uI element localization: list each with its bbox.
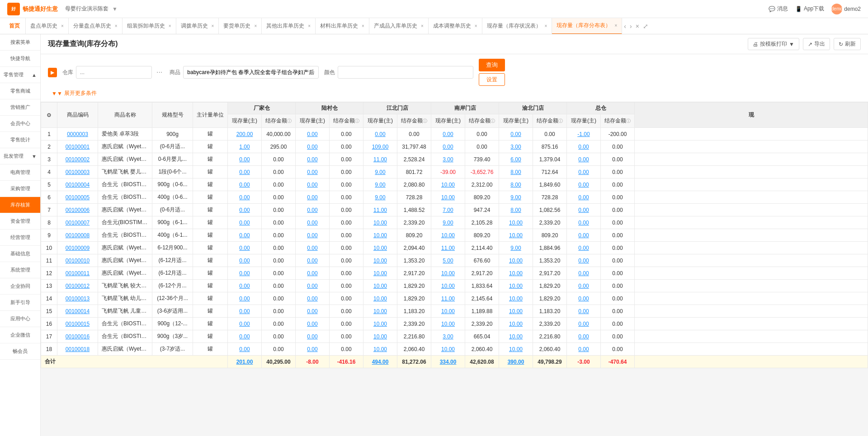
goods-input[interactable] — [183, 66, 319, 79]
cell-na-qty[interactable]: 11.00 — [431, 242, 465, 254]
cell-code[interactable]: 00100001 — [57, 141, 98, 153]
sidebar-item-ecom[interactable]: 电商管理 — [0, 164, 40, 181]
cell-yb-qty[interactable]: 10.00 — [499, 305, 533, 318]
cell-jb-qty[interactable]: 9.00 — [363, 191, 397, 204]
cell-yb-qty[interactable]: 10.00 — [499, 330, 533, 343]
cell-lu-qty[interactable]: 0.00 — [296, 318, 330, 330]
cell-jb-qty[interactable]: 10.00 — [363, 330, 397, 343]
cell-total-qty[interactable]: 0.00 — [567, 204, 601, 216]
cell-code[interactable]: 00100015 — [57, 318, 98, 330]
cell-total-qty[interactable]: 0.00 — [567, 229, 601, 242]
cell-code[interactable]: 00100011 — [57, 267, 98, 280]
summary-lu-qty[interactable]: -8.00 — [296, 356, 330, 368]
cell-jb-qty[interactable]: 0.00 — [363, 128, 397, 141]
cell-jb-qty[interactable]: 11.00 — [363, 204, 397, 216]
sidebar-item-weixin[interactable]: 企业微信 — [0, 327, 40, 343]
cell-code[interactable]: 00100004 — [57, 178, 98, 191]
sidebar-item-system[interactable]: 系统管理 — [0, 262, 40, 278]
cell-total-qty[interactable]: 0.00 — [567, 178, 601, 191]
tab-next-btn[interactable]: › — [628, 23, 634, 30]
cell-total-qty[interactable]: 0.00 — [567, 305, 601, 318]
cell-lu-qty[interactable]: 0.00 — [296, 292, 330, 305]
cell-code[interactable]: 00100010 — [57, 254, 98, 267]
cell-na-qty[interactable]: 10.00 — [431, 305, 465, 318]
message-btn[interactable]: 💬 消息 — [769, 5, 788, 13]
sidebar-item-marketing[interactable]: 营销推广 — [0, 99, 40, 116]
cell-na-qty[interactable]: 9.00 — [431, 216, 465, 229]
cell-yb-qty[interactable]: 8.00 — [499, 166, 533, 178]
sidebar-item-appcenter[interactable]: 应用中心 — [0, 311, 40, 327]
cell-factory-qty[interactable]: 0.00 — [228, 153, 262, 166]
cell-factory-qty[interactable]: 0.00 — [228, 242, 262, 254]
cell-factory-qty[interactable]: 0.00 — [228, 166, 262, 178]
cell-na-qty[interactable]: 10.00 — [431, 267, 465, 280]
cell-code[interactable]: 00100003 — [57, 166, 98, 178]
print-btn[interactable]: 🖨 按模板打印 ▼ — [748, 38, 799, 50]
tab-close[interactable]: × — [421, 23, 424, 28]
cell-lu-qty[interactable]: 0.00 — [296, 280, 330, 292]
cell-jb-qty[interactable]: 10.00 — [363, 292, 397, 305]
tab-zuhe[interactable]: 组装拆卸单历史 × — [123, 18, 176, 34]
cell-total-qty[interactable]: 0.00 — [567, 267, 601, 280]
sidebar-item-member2[interactable]: 畅会员 — [0, 343, 40, 360]
cell-total-qty[interactable]: 0.00 — [567, 292, 601, 305]
cell-jb-qty[interactable]: 9.00 — [363, 166, 397, 178]
cell-na-qty[interactable]: 11.00 — [431, 292, 465, 305]
sidebar-item-guide[interactable]: 新手引导 — [0, 295, 40, 311]
cell-code[interactable]: 00100006 — [57, 204, 98, 216]
cell-jb-qty[interactable]: 10.00 — [363, 229, 397, 242]
sidebar-item-retail-mall[interactable]: 零售商城 — [0, 83, 40, 99]
cell-factory-qty[interactable]: 0.00 — [228, 318, 262, 330]
cell-jb-qty[interactable]: 10.00 — [363, 318, 397, 330]
cell-total-qty[interactable]: 0.00 — [567, 153, 601, 166]
cell-jb-qty[interactable]: 109.00 — [363, 141, 397, 153]
nav-dropdown-icon[interactable]: ▼ — [112, 6, 118, 12]
cell-jb-qty[interactable]: 10.00 — [363, 242, 397, 254]
tab-close-active[interactable]: × — [614, 23, 617, 28]
cell-factory-qty[interactable]: 0.00 — [228, 343, 262, 356]
cell-yb-qty[interactable]: 0.00 — [499, 128, 533, 141]
sidebar-item-cooperation[interactable]: 企业协同 — [0, 278, 40, 295]
cell-code[interactable]: 00100002 — [57, 153, 98, 166]
cell-na-qty[interactable]: 3.00 — [431, 330, 465, 343]
cell-na-qty[interactable]: 10.00 — [431, 343, 465, 356]
cell-lu-qty[interactable]: 0.00 — [296, 153, 330, 166]
sidebar-item-purchase[interactable]: 采购管理 — [0, 181, 40, 197]
tab-xiancunliang-fenbu[interactable]: 现存量（库存分布表）× — [552, 18, 622, 34]
table-container[interactable]: ⚙ 商品编码 商品名称 规格型号 主计量单位 厂家仓 陆村仓 江北门店 南岸门店… — [41, 102, 868, 436]
tab-qitachuku[interactable]: 其他出库单历史 × — [262, 18, 316, 34]
summary-factory-qty[interactable]: 201.00 — [228, 356, 262, 368]
sidebar-item-retail-stats[interactable]: 零售统计 — [0, 132, 40, 148]
cell-total-qty[interactable]: 0.00 — [567, 254, 601, 267]
cell-yb-qty[interactable]: 9.00 — [499, 191, 533, 204]
cell-yb-qty[interactable]: 10.00 — [499, 229, 533, 242]
cell-code[interactable]: 00100016 — [57, 330, 98, 343]
tab-close[interactable]: × — [308, 23, 311, 28]
cell-factory-qty[interactable]: 0.00 — [228, 178, 262, 191]
cell-lu-qty[interactable]: 0.00 — [296, 191, 330, 204]
cell-yb-qty[interactable]: 10.00 — [499, 292, 533, 305]
tab-pandian[interactable]: 盘点单历史 × — [26, 18, 69, 34]
cell-na-qty[interactable]: 0.00 — [431, 128, 465, 141]
sidebar-item-quicknav[interactable]: 快捷导航 — [0, 51, 40, 67]
cell-lu-qty[interactable]: 0.00 — [296, 178, 330, 191]
cell-yb-qty[interactable]: 10.00 — [499, 343, 533, 356]
tab-fenpan[interactable]: 分量盘点单历史 × — [69, 18, 123, 34]
sidebar-item-retail-mgmt[interactable]: 零售管理 ▲ — [0, 67, 40, 83]
cell-na-qty[interactable]: 7.00 — [431, 204, 465, 216]
cell-jb-qty[interactable]: 9.00 — [363, 178, 397, 191]
cell-total-qty[interactable]: 0.00 — [567, 280, 601, 292]
cell-na-qty[interactable]: 10.00 — [431, 191, 465, 204]
cell-lu-qty[interactable]: 0.00 — [296, 166, 330, 178]
cell-total-qty[interactable]: -1.00 — [567, 128, 601, 141]
cell-total-qty[interactable]: 0.00 — [567, 166, 601, 178]
tab-xiancunliang-kuang[interactable]: 现存量（库存状况表）× — [482, 18, 552, 34]
cell-lu-qty[interactable]: 0.00 — [296, 305, 330, 318]
refresh-btn[interactable]: ↻ 刷新 — [834, 38, 861, 50]
sidebar-item-inventory[interactable]: 库存核算 — [0, 197, 40, 213]
warehouse-input[interactable] — [76, 66, 152, 79]
cell-total-qty[interactable]: 0.00 — [567, 242, 601, 254]
nav-label[interactable]: 母婴行业演示陈套 — [65, 5, 108, 13]
tab-close[interactable]: × — [254, 23, 257, 28]
cell-jb-qty[interactable]: 10.00 — [363, 267, 397, 280]
